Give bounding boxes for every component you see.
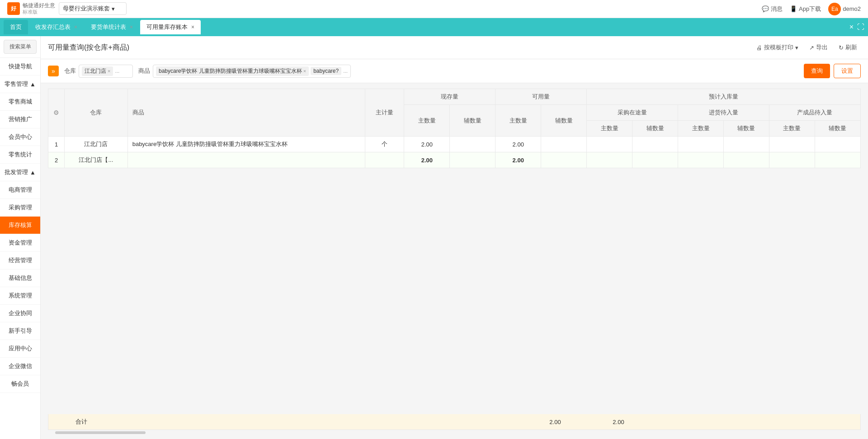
footer-production-sub: [824, 419, 856, 425]
sidebar-item-wholesale-management[interactable]: 批发管理 ▲: [0, 164, 40, 181]
row2-stock-sub: [450, 152, 495, 168]
sidebar-item-enterprise-collab[interactable]: 企业协同: [0, 305, 40, 322]
account-selector-label: 母婴行业演示账套: [63, 5, 110, 13]
export-button[interactable]: ↗ 导出: [806, 42, 831, 53]
sidebar-item-operations[interactable]: 经营管理: [0, 252, 40, 269]
th-available-main: 主数量: [495, 105, 541, 137]
sidebar-item-app-center[interactable]: 应用中心: [0, 340, 40, 358]
product-tag2-label: babycare?: [313, 68, 339, 74]
row2-purchase-sub: [632, 152, 678, 168]
main-layout: 搜索菜单 快捷导航 零售管理 ▲ 零售商城 营销推广 会员中心 零售统计 批发管…: [0, 36, 868, 439]
th-purchase-in-main: 主数量: [678, 121, 724, 137]
export-label: 导出: [816, 43, 828, 52]
download-icon: 📱: [790, 5, 797, 12]
close-all-tabs-button[interactable]: ×: [849, 23, 854, 31]
account-selector[interactable]: 母婴行业演示账套 ▾: [59, 2, 127, 15]
tab-order-stats-close[interactable]: ×: [130, 24, 133, 30]
sidebar-item-finance[interactable]: 资金管理: [0, 234, 40, 252]
product-more[interactable]: ...: [343, 68, 348, 74]
row2-available-main: 2.00: [495, 152, 541, 168]
tab-home[interactable]: 首页: [4, 20, 28, 34]
sidebar-item-quick-nav[interactable]: 快捷导航: [0, 58, 40, 76]
message-button[interactable]: 💬 消息: [762, 5, 783, 13]
warehouse-more[interactable]: ...: [115, 68, 119, 74]
row2-production-sub: [815, 152, 860, 168]
settings-button[interactable]: 设置: [834, 64, 861, 78]
logo-sub: 标准版: [23, 9, 55, 15]
row1-warehouse: 江北门店: [65, 137, 128, 152]
row1-available-sub: [541, 137, 587, 152]
tab-available-inventory[interactable]: 可用量库存账本 ×: [140, 20, 201, 34]
sidebar-item-basic-info[interactable]: 基础信息: [0, 269, 40, 287]
th-gear[interactable]: ⚙: [48, 89, 65, 137]
product-label: 商品: [138, 67, 150, 75]
top-bar: 好 畅捷通好生意 标准版 母婴行业演示账套 ▾ 💬 消息 📱 App下载 Ea …: [0, 0, 868, 18]
sidebar-item-member-center[interactable]: 会员中心: [0, 128, 40, 146]
footer-stock-main: 2.00: [539, 419, 571, 425]
th-planned-group: 预计入库量: [587, 89, 861, 105]
print-template-button[interactable]: 🖨 按模板打印 ▾: [753, 42, 802, 53]
warehouse-label: 仓库: [64, 67, 76, 75]
nav-tabs-actions: × ⛶: [849, 23, 864, 31]
th-purchase-in-group: 进货待入量: [678, 105, 769, 121]
tab-collection-summary-close[interactable]: ×: [74, 24, 77, 30]
product-tag-close[interactable]: ×: [303, 68, 306, 74]
row2-purchase-main: [587, 152, 632, 168]
row1-available-main: 2.00: [495, 137, 541, 152]
row2-index: 2: [48, 152, 65, 168]
filter-bar: » 仓库 江北门店 × ... 商品 babycare学饮杯 儿童防摔防撞吸管杯…: [41, 59, 868, 83]
tab-home-label: 首页: [10, 23, 22, 31]
wholesale-chevron-icon: ▲: [30, 169, 36, 176]
sidebar-item-retail-management[interactable]: 零售管理 ▲: [0, 76, 40, 93]
sidebar-item-ecommerce[interactable]: 电商管理: [0, 181, 40, 199]
download-button[interactable]: 📱 App下载: [790, 5, 821, 13]
scroll-thumb[interactable]: [55, 431, 146, 434]
sidebar-item-enterprise-wechat[interactable]: 企业微信: [0, 358, 40, 375]
product-tag-babycare2: babycare?: [311, 67, 341, 75]
wholesale-management-label: 批发管理: [5, 168, 28, 176]
tab-order-stats[interactable]: 要货单统计表 ×: [85, 20, 139, 34]
avatar: Ea: [828, 3, 841, 15]
expand-filter-button[interactable]: »: [48, 66, 59, 76]
row1-purchase-main: [587, 137, 632, 152]
product-tag-input[interactable]: babycare学饮杯 儿童防摔防撞吸管杯重力球吸嘴杯宝宝水杯 × babyca…: [153, 65, 351, 78]
sidebar-item-new-guide[interactable]: 新手引导: [0, 322, 40, 340]
table-area: ⚙ 仓库 商品 主计量 现存量 可用量 预计入库量 主数量 辅数量 主数量 辅数…: [41, 83, 868, 414]
row2-production-main: [769, 152, 815, 168]
inventory-table: ⚙ 仓库 商品 主计量 现存量 可用量 预计入库量 主数量 辅数量 主数量 辅数…: [48, 89, 861, 168]
export-icon: ↗: [809, 44, 814, 51]
th-production-group: 产成品待入量: [769, 105, 860, 121]
sidebar-item-retail-stats[interactable]: 零售统计: [0, 146, 40, 164]
footer-purchase-sub: [698, 419, 729, 425]
th-purchase-in-sub: 辅数量: [724, 121, 769, 137]
row1-stock-sub: [450, 137, 495, 152]
fullscreen-button[interactable]: ⛶: [857, 23, 864, 31]
warehouse-tag-close[interactable]: ×: [108, 68, 110, 74]
th-purchase-sub: 辅数量: [632, 121, 678, 137]
query-button[interactable]: 查询: [804, 64, 830, 78]
footer-label: 合计: [53, 418, 89, 426]
warehouse-tag-input[interactable]: 江北门店 × ...: [79, 65, 133, 78]
sidebar-search-area: 搜索菜单: [0, 36, 40, 58]
row2-unit: [365, 152, 404, 168]
row2-warehouse: 江北门店【...: [65, 152, 128, 168]
horizontal-scrollbar[interactable]: [48, 430, 861, 435]
user-area[interactable]: Ea demo2: [828, 3, 861, 15]
sidebar-item-inventory[interactable]: 库存核算: [0, 217, 40, 234]
user-name: demo2: [843, 5, 861, 12]
refresh-button[interactable]: ↻ 刷新: [835, 42, 861, 53]
sidebar-item-system[interactable]: 系统管理: [0, 287, 40, 305]
sidebar-item-vip[interactable]: 畅会员: [0, 375, 40, 393]
sidebar-item-purchase[interactable]: 采购管理: [0, 199, 40, 217]
th-stock-group: 现存量: [404, 89, 495, 105]
footer-purchase-in-sub: [761, 419, 793, 425]
search-menu-button[interactable]: 搜索菜单: [4, 40, 37, 54]
tab-available-inventory-close[interactable]: ×: [191, 24, 194, 30]
th-purchase-main: 主数量: [587, 121, 632, 137]
th-available-group: 可用量: [495, 89, 587, 105]
row2-stock-main: 2.00: [404, 152, 450, 168]
gear-icon[interactable]: ⚙: [53, 109, 59, 116]
sidebar-item-marketing[interactable]: 营销推广: [0, 111, 40, 128]
sidebar-item-retail-mall[interactable]: 零售商城: [0, 93, 40, 111]
tab-collection-summary[interactable]: 收发存汇总表 ×: [29, 20, 84, 34]
